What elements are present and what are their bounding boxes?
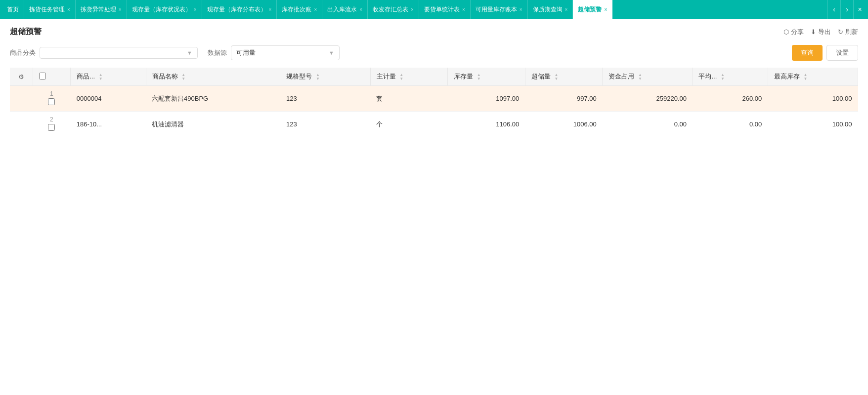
sort-icons-overstock: ▲ ▼	[554, 73, 558, 81]
close-tab-summary[interactable]: ×	[411, 7, 414, 12]
row-stock: 1097.00	[448, 86, 525, 112]
close-tab-inventory-dist[interactable]: ×	[269, 7, 272, 12]
row-overstock: 997.00	[525, 86, 603, 112]
col-unit[interactable]: 主计量 ▲ ▼	[370, 68, 448, 86]
nav-tab-available[interactable]: 可用量库存账本 ×	[471, 0, 528, 19]
sort-icons-spec: ▲ ▼	[316, 73, 320, 81]
row-overstock: 1006.00	[525, 112, 603, 137]
row-avg: 0.00	[693, 112, 768, 137]
page-content: 超储预警 ⬡ 分享 ⬇ 导出 ↻ 刷新 商品分类 ▼ 数据源	[0, 19, 868, 395]
col-stock[interactable]: 库存量 ▲ ▼	[448, 68, 525, 86]
query-button[interactable]: 查询	[792, 45, 823, 61]
select-all-checkbox[interactable]	[39, 73, 46, 79]
datasource-filter: 数据源 可用量 ▼	[208, 45, 340, 60]
category-select[interactable]: ▼	[40, 47, 198, 59]
nav-next-arrow[interactable]: ›	[840, 0, 853, 19]
filter-actions: 查询 设置	[792, 45, 858, 61]
row-settings-cell	[10, 112, 33, 137]
sort-icons-avg: ▲ ▼	[721, 73, 725, 81]
datasource-label: 数据源	[208, 48, 227, 57]
row-spec: 123	[280, 86, 370, 112]
nav-tab-flow[interactable]: 出入库流水 ×	[322, 0, 368, 19]
close-tab-batch[interactable]: ×	[314, 7, 317, 12]
col-checkbox	[33, 68, 71, 86]
nav-tab-inventory-status[interactable]: 现存量（库存状况表） ×	[127, 0, 202, 19]
nav-tab-order-stat[interactable]: 要货单统计表 ×	[419, 0, 471, 19]
col-overstock[interactable]: 超储量 ▲ ▼	[525, 68, 603, 86]
row-number: 1	[39, 90, 65, 97]
datasource-dropdown-arrow: ▼	[329, 50, 334, 56]
nav-close-arrow[interactable]: ×	[853, 0, 866, 19]
page-header: 超储预警 ⬡ 分享 ⬇ 导出 ↻ 刷新	[10, 27, 858, 37]
close-tab-task[interactable]: ×	[67, 7, 70, 12]
nav-tab-summary[interactable]: 收发存汇总表 ×	[368, 0, 419, 19]
nav-tab-task[interactable]: 拣货任务管理 ×	[24, 0, 76, 19]
export-button[interactable]: ⬇ 导出	[811, 28, 831, 37]
row-capital: 259220.00	[603, 86, 693, 112]
row-max-stock: 100.00	[768, 112, 858, 137]
table-row: 1 0000004 六配套新昌490BPG 123 套 1097.00 997.…	[10, 86, 858, 112]
sort-icons-unit: ▲ ▼	[399, 73, 403, 81]
close-tab-exception[interactable]: ×	[119, 7, 122, 12]
table-header-row: ⚙ 商品... ▲ ▼ 商品名称 ▲ ▼	[10, 68, 858, 86]
sort-icons-capital: ▲ ▼	[638, 73, 642, 81]
nav-tab-quality[interactable]: 保质期查询 ×	[528, 0, 573, 19]
row-product-name: 六配套新昌490BPG	[146, 86, 280, 112]
category-dropdown-arrow: ▼	[187, 50, 192, 56]
col-product-code[interactable]: 商品... ▲ ▼	[71, 68, 146, 86]
close-tab-inventory-status[interactable]: ×	[194, 7, 197, 12]
close-tab-overstock[interactable]: ×	[604, 7, 607, 12]
col-product-name[interactable]: 商品名称 ▲ ▼	[146, 68, 280, 86]
nav-arrows: ‹ › ×	[827, 0, 866, 19]
nav-tab-home[interactable]: 首页	[2, 0, 24, 19]
sort-icons-name: ▲ ▼	[181, 73, 185, 81]
row-product-name: 机油滤清器	[146, 112, 280, 137]
share-button[interactable]: ⬡ 分享	[783, 28, 804, 37]
table-row: 2 186-10... 机油滤清器 123 个 1106.00 1006.00 …	[10, 112, 858, 137]
refresh-button[interactable]: ↻ 刷新	[838, 28, 858, 37]
share-icon: ⬡	[783, 28, 789, 36]
settings-button[interactable]: 设置	[826, 45, 858, 61]
nav-tab-overstock[interactable]: 超储预警 ×	[573, 0, 612, 19]
close-tab-quality[interactable]: ×	[565, 7, 568, 12]
nav-tab-inventory-dist[interactable]: 现存量（库存分布表） ×	[202, 0, 277, 19]
row-avg: 260.00	[693, 86, 768, 112]
close-tab-order-stat[interactable]: ×	[462, 7, 465, 12]
datasource-select[interactable]: 可用量 ▼	[231, 45, 340, 60]
data-table: ⚙ 商品... ▲ ▼ 商品名称 ▲ ▼	[10, 68, 858, 137]
row-unit: 个	[370, 112, 448, 137]
row-checkbox-1[interactable]	[48, 124, 55, 131]
close-tab-flow[interactable]: ×	[359, 7, 362, 12]
settings-gear-icon[interactable]: ⚙	[18, 73, 24, 80]
row-settings-cell	[10, 86, 33, 112]
page-title: 超储预警	[10, 27, 42, 37]
nav-tab-batch[interactable]: 库存批次账 ×	[277, 0, 322, 19]
sort-icons-stock: ▲ ▼	[477, 73, 481, 81]
row-index-cell: 1	[33, 86, 71, 112]
row-checkbox-0[interactable]	[48, 98, 55, 105]
row-product-code: 0000004	[71, 86, 146, 112]
row-capital: 0.00	[603, 112, 693, 137]
close-tab-available[interactable]: ×	[520, 7, 522, 12]
row-unit: 套	[370, 86, 448, 112]
row-max-stock: 100.00	[768, 86, 858, 112]
export-icon: ⬇	[811, 28, 816, 36]
col-spec[interactable]: 规格型号 ▲ ▼	[280, 68, 370, 86]
top-nav: 首页 拣货任务管理 × 拣货异常处理 × 现存量（库存状况表） × 现存量（库存…	[0, 0, 868, 19]
row-product-code: 186-10...	[71, 112, 146, 137]
sort-icons-max-stock: ▲ ▼	[803, 73, 807, 81]
col-capital[interactable]: 资金占用 ▲ ▼	[603, 68, 693, 86]
nav-prev-arrow[interactable]: ‹	[827, 0, 840, 19]
row-index-cell: 2	[33, 112, 71, 137]
nav-tab-exception[interactable]: 拣货异常处理 ×	[76, 0, 127, 19]
sort-icons-code: ▲ ▼	[99, 73, 103, 81]
row-number: 2	[39, 116, 65, 123]
datasource-select-value: 可用量	[236, 48, 256, 57]
col-settings[interactable]: ⚙	[10, 68, 33, 86]
filter-bar: 商品分类 ▼ 数据源 可用量 ▼ 查询 设置	[10, 45, 858, 61]
row-stock: 1106.00	[448, 112, 525, 137]
refresh-icon: ↻	[838, 28, 843, 36]
col-max-stock[interactable]: 最高库存 ▲ ▼	[768, 68, 858, 86]
header-actions: ⬡ 分享 ⬇ 导出 ↻ 刷新	[783, 28, 858, 37]
col-avg[interactable]: 平均... ▲ ▼	[693, 68, 768, 86]
